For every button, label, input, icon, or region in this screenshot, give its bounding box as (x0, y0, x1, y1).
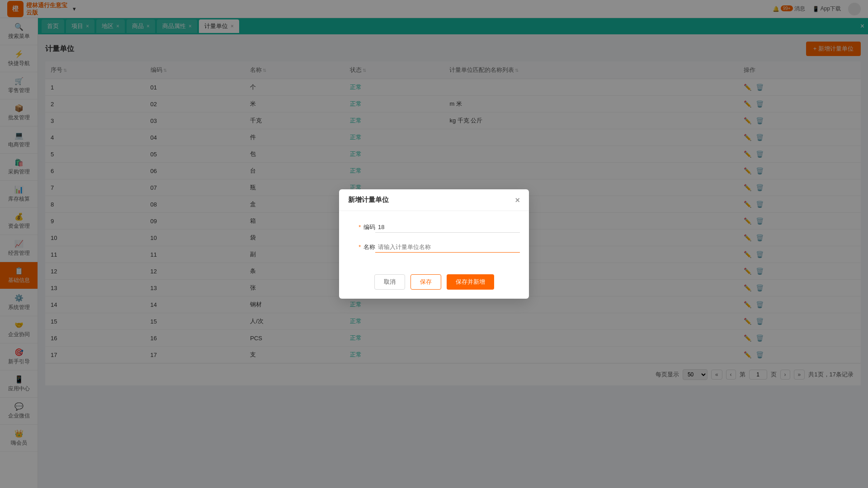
name-form-row: * 名称 (348, 242, 520, 253)
modal-header: 新增计量单位 × (339, 189, 529, 211)
modal-overlay[interactable]: 新增计量单位 × * 编码 * 名称 取消 保存 保存并新增 (0, 0, 868, 488)
name-required-mark: * (359, 244, 361, 250)
code-required-mark: * (359, 224, 361, 230)
code-form-row: * 编码 (348, 222, 520, 233)
modal-footer: 取消 保存 保存并新增 (339, 269, 529, 299)
modal-close-btn[interactable]: × (515, 196, 520, 204)
cancel-button[interactable]: 取消 (374, 274, 405, 290)
code-label: * 编码 (348, 223, 375, 231)
name-label: * 名称 (348, 243, 375, 251)
save-new-button[interactable]: 保存并新增 (447, 274, 494, 290)
save-button[interactable]: 保存 (410, 274, 441, 290)
modal-title: 新增计量单位 (348, 196, 389, 204)
add-unit-modal: 新增计量单位 × * 编码 * 名称 取消 保存 保存并新增 (339, 189, 529, 299)
code-input[interactable] (375, 222, 520, 233)
modal-body: * 编码 * 名称 (339, 211, 529, 269)
name-input[interactable] (375, 242, 520, 253)
